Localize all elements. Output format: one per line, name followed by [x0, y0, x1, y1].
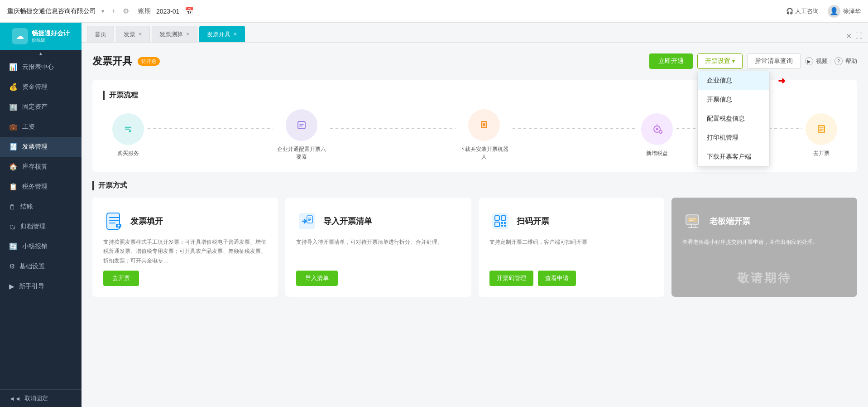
sidebar-item-shuiwu[interactable]: 📋 税务管理 — [0, 177, 82, 197]
tab-fapiaocesuan-label: 发票测算 — [159, 30, 183, 39]
tab-fapiaocesuan[interactable]: 发票测算 ✕ — [152, 26, 197, 42]
sidebar-nav: 📊 云报表中心 💰 资金管理 🏢 固定资产 💼 工资 🧾 发票管理 🏠 — [0, 57, 82, 389]
import-icon — [296, 210, 318, 232]
import-button[interactable]: 导入清单 — [296, 271, 338, 286]
overlay-text: 敬请期待 — [671, 270, 857, 286]
company-dropdown-icon[interactable]: ▾ — [101, 8, 105, 15]
gongzi-icon: 💼 — [9, 123, 18, 131]
scan-code-manage-button[interactable]: 开票码管理 — [489, 271, 533, 286]
sidebar-item-fapiao[interactable]: 🧾 发票管理 — [0, 137, 82, 157]
sidebar-item-guidang-label: 归档管理 — [20, 223, 46, 231]
headphone-icon: 🎧 — [786, 8, 793, 15]
sidebar-item-jichushezhi[interactable]: ⚙ 基础设置 — [0, 257, 82, 276]
sidebar-item-kucun[interactable]: 🏠 库存核算 — [0, 157, 82, 177]
settings-button[interactable]: 开票设置 ▾ — [697, 53, 743, 69]
tab-fapiao-label: 发票 — [124, 30, 135, 39]
method-card-import: 导入开票清单 支持导入待开票清单，可对待开票清单进行拆分、合并处理。 导入清单 — [285, 198, 471, 297]
status-badge: 待开通 — [138, 57, 160, 66]
svg-rect-41 — [504, 222, 506, 224]
tab-fapiaokaiju[interactable]: 发票开具 ✕ — [199, 26, 245, 42]
user-name: 徐泽华 — [843, 7, 861, 15]
dropdown-item-peizhi[interactable]: 配置税盘信息 — [698, 109, 769, 128]
calendar-icon[interactable]: 📅 — [185, 7, 194, 15]
svg-point-12 — [656, 128, 658, 130]
methods-section-title: 开票方式 — [92, 181, 857, 190]
logo-text: 畅捷通好会计 — [32, 29, 70, 37]
sidebar-item-gongzi-label: 工资 — [22, 123, 35, 131]
svg-point-9 — [483, 123, 485, 126]
svg-rect-40 — [501, 222, 503, 224]
sidebar-item-gudingzichan[interactable]: 🏢 固定资产 — [0, 97, 82, 117]
sidebar-item-zijin[interactable]: 💰 资金管理 — [0, 77, 82, 97]
dropdown-qiye-label: 企业信息 — [707, 77, 732, 84]
sidebar-item-xiaochang[interactable]: 🔄 小畅报销 — [0, 237, 82, 257]
flow-step-addpan-label: 新增税盘 — [646, 150, 668, 157]
user-info[interactable]: 👤 徐泽华 — [828, 5, 861, 18]
xiaochang-icon: 🔄 — [9, 242, 18, 251]
scan-view-apply-button[interactable]: 查看申请 — [538, 271, 576, 286]
help-label[interactable]: 帮助 — [845, 57, 857, 65]
dropdown-xiazai-label: 下载开票客户端 — [707, 153, 751, 160]
flow-step-buy: 购买服务 — [112, 113, 144, 157]
service-button[interactable]: 🎧 人工咨询 — [786, 7, 819, 15]
shuiwu-icon: 📋 — [9, 183, 18, 191]
fill-desc: 支持按照发票样式手工填开发票；可开具增值税电子普通发票、增值税普通发票、增值税专… — [103, 237, 267, 265]
sidebar-item-jichushezhi-label: 基础设置 — [19, 262, 45, 271]
user-avatar-icon: 👤 — [828, 5, 840, 18]
page-title: 发票开具 — [92, 54, 132, 68]
dropdown-item-xiazai[interactable]: 下载开票客户端 — [698, 147, 769, 166]
dropdown-item-qiye[interactable]: 企业信息 ➜ — [698, 71, 769, 90]
method-card-boss: 老板端开票 查看老板端小程序提交的开票申请，并作出相应的处理。 敬请期待 — [671, 198, 857, 297]
flow-step-config-label: 企业开通配置开票六要素 — [277, 145, 326, 161]
dropdown-item-dayinji[interactable]: 打印机管理 — [698, 128, 769, 147]
sidebar-scroll-up[interactable]: ▲ — [38, 51, 43, 56]
sidebar-bottom[interactable]: ◄◄ 取消固定 — [0, 389, 82, 407]
flow-step-download: 下载并安装开票机器人 — [459, 109, 509, 161]
sidebar-item-gongzi[interactable]: 💼 工资 — [0, 117, 82, 137]
flow-step-config: 企业开通配置开票六要素 — [277, 109, 326, 161]
flow-step-addpan: 新增税盘 — [641, 113, 673, 157]
flow-step-download-label: 下载并安装开票机器人 — [459, 145, 509, 161]
sidebar-item-gudingzichan-label: 固定资产 — [22, 103, 48, 111]
tab-fapiaokaiju-close[interactable]: ✕ — [233, 31, 237, 37]
fill-go-button[interactable]: 去开票 — [103, 271, 139, 286]
dropdown-dayinji-label: 打印机管理 — [707, 134, 739, 141]
tab-close-window-icon[interactable]: ✕ — [846, 32, 852, 40]
boss-desc: 查看老板端小程序提交的开票申请，并作出相应的处理。 — [682, 237, 846, 247]
sidebar-item-xinshouzhidao[interactable]: ▶ 新手引导 — [0, 276, 82, 296]
sidebar-item-yunbao[interactable]: 📊 云报表中心 — [0, 57, 82, 77]
company-name: 重庆畅捷交通信息咨询有限公司 — [7, 7, 96, 15]
tab-fapiaocesuan-close[interactable]: ✕ — [186, 31, 190, 37]
tab-fapiao-close[interactable]: ✕ — [138, 31, 142, 37]
dropdown-item-kaipiao[interactable]: 开票信息 — [698, 90, 769, 109]
svg-rect-43 — [504, 225, 506, 227]
activate-button[interactable]: 立即开通 — [649, 53, 693, 69]
settings-button-label: 开票设置 — [705, 57, 730, 65]
sidebar-bottom-label: 取消固定 — [24, 394, 48, 402]
logo-sub: 旗舰版 — [32, 37, 70, 44]
svg-point-2 — [293, 117, 310, 133]
settings-chevron-icon: ▾ — [732, 58, 735, 64]
video-label[interactable]: 视频 — [816, 57, 828, 65]
boss-title: 老板端开票 — [710, 216, 750, 227]
tab-maximize-icon[interactable]: ⛶ — [855, 32, 863, 40]
play-icon: ▶ — [805, 57, 813, 65]
fill-title: 发票填开 — [130, 216, 163, 227]
sidebar-item-guidang[interactable]: 🗂 归档管理 — [0, 217, 82, 237]
settings-icon[interactable]: ⚙ — [123, 7, 129, 15]
abnormal-button[interactable]: 异常清单查询 — [747, 53, 801, 69]
add-company-icon[interactable]: ＋ — [110, 6, 117, 16]
dropdown-peizhi-label: 配置税盘信息 — [707, 115, 745, 122]
sidebar-item-yunbao-label: 云报表中心 — [22, 63, 54, 71]
import-title: 导入开票清单 — [323, 216, 372, 227]
flow-step-invoice: 去开票 — [806, 113, 837, 157]
scan-title: 扫码开票 — [517, 216, 549, 227]
guidang-icon: 🗂 — [9, 223, 16, 231]
sidebar-item-jiezhang[interactable]: 🗒 结账 — [0, 197, 82, 217]
sidebar-item-xinshouzhidao-label: 新手引导 — [19, 282, 44, 291]
tab-home[interactable]: 首页 — [87, 26, 114, 42]
scan-icon — [489, 210, 511, 232]
fapiao-icon: 🧾 — [9, 143, 18, 151]
flow-step-buy-label: 购买服务 — [117, 150, 139, 157]
tab-fapiao[interactable]: 发票 ✕ — [116, 26, 150, 42]
